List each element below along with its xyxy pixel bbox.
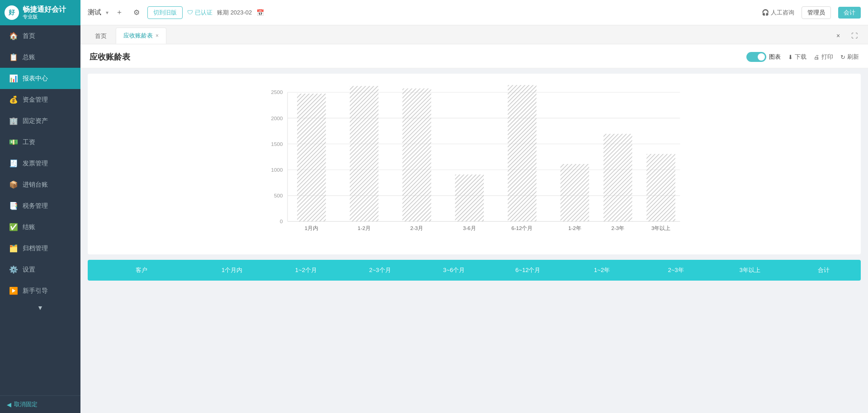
service-label: 人工咨询	[771, 9, 794, 17]
sidebar-icon-invoice-management: 🧾	[9, 159, 18, 168]
data-table: 客户1个月内1~2个月2~3个月3~6个月6~12个月1~2年2~3年3年以上合…	[88, 260, 861, 281]
sidebar-icon-fixed-assets: 🏢	[9, 117, 18, 125]
sidebar-item-home[interactable]: 🏠 首页	[0, 25, 80, 47]
content-scroll: 应收账龄表 图表 ⬇ 下载 🖨 打印 ↻	[80, 44, 868, 413]
main-area: 测试 ▾ ＋ ⚙ 切到旧版 🛡 已认证 账期 2023-02 📅 🎧 人工咨询 …	[80, 0, 868, 413]
sidebar-icon-payroll: 💵	[9, 138, 18, 146]
bar-3-6月	[455, 174, 484, 221]
topbar: 测试 ▾ ＋ ⚙ 切到旧版 🛡 已认证 账期 2023-02 📅 🎧 人工咨询 …	[80, 0, 868, 25]
switch-version-button[interactable]: 切到旧版	[147, 6, 183, 19]
print-button[interactable]: 🖨 打印	[814, 53, 833, 61]
table-header-0: 客户	[88, 260, 195, 281]
service-button[interactable]: 🎧 人工咨询	[762, 9, 794, 17]
bar-6-12月	[508, 85, 537, 221]
chart-wrap: 0 500 1000 1500 2000 2500	[97, 83, 852, 245]
bar-1-2年	[561, 164, 590, 221]
tab-accounts-aging[interactable]: 应收账龄表 ×	[116, 28, 166, 44]
app-name: 畅捷通好会计	[23, 5, 66, 14]
sidebar-item-tax-management[interactable]: 📑 税务管理	[0, 195, 80, 216]
table-header-8: 3年以上	[713, 260, 787, 281]
refresh-button[interactable]: ↻ 刷新	[840, 53, 859, 61]
pin-icon: ◀	[7, 401, 11, 408]
certified-icon: 🛡	[187, 9, 193, 16]
settings-button[interactable]: ⚙	[130, 6, 143, 19]
sidebar-label-settlement: 结账	[23, 223, 35, 231]
refresh-icon: ↻	[840, 54, 845, 61]
tab-close-icon[interactable]: ×	[156, 33, 159, 39]
table-header-9: 合计	[787, 260, 861, 281]
svg-text:6-12个月: 6-12个月	[511, 225, 533, 231]
sidebar-item-invoice-management[interactable]: 🧾 发票管理	[0, 153, 80, 174]
sidebar-item-archive-management[interactable]: 🗂️ 归档管理	[0, 238, 80, 259]
sidebar-label-invoice-management: 发票管理	[23, 160, 48, 168]
chart-toggle-switch[interactable]	[746, 52, 766, 62]
sidebar-item-settings[interactable]: ⚙️ 设置	[0, 259, 80, 280]
tab-home[interactable]: 首页	[88, 28, 114, 44]
topbar-right: 🎧 人工咨询 管理员 会计	[762, 6, 861, 19]
sidebar-label-sales-ledger: 进销台账	[23, 181, 48, 189]
download-icon: ⬇	[788, 54, 793, 61]
sidebar-scroll-down[interactable]: ▼	[0, 301, 80, 314]
print-icon: 🖨	[814, 54, 820, 61]
svg-text:500: 500	[274, 192, 283, 198]
window-close-button[interactable]: ×	[832, 29, 844, 42]
sidebar-label-home: 首页	[23, 32, 35, 40]
table-header-4: 3~6个月	[417, 260, 491, 281]
add-button[interactable]: ＋	[113, 6, 126, 19]
tabs-window-controls: × ⛶	[832, 29, 861, 44]
company-name: 测试	[88, 8, 101, 17]
svg-text:3年以上: 3年以上	[651, 225, 670, 231]
sidebar-icon-settings: ⚙️	[9, 265, 18, 274]
table-header-6: 1~2年	[565, 260, 639, 281]
tabs-bar: 首页 应收账龄表 × × ⛶	[80, 25, 868, 44]
sidebar-item-payroll[interactable]: 💵 工资	[0, 131, 80, 153]
svg-text:1月内: 1月内	[305, 225, 318, 231]
sidebar-item-report-center[interactable]: 📊 报表中心	[0, 68, 80, 89]
headset-icon: 🎧	[762, 9, 769, 16]
download-button[interactable]: ⬇ 下载	[788, 53, 807, 61]
svg-text:0: 0	[280, 218, 283, 224]
logo-icon: 好	[5, 5, 19, 20]
sidebar-icon-settlement: ✅	[9, 223, 18, 231]
sidebar-label-report-center: 报表中心	[23, 75, 48, 83]
content-area: 应收账龄表 图表 ⬇ 下载 🖨 打印 ↻	[80, 44, 868, 413]
sidebar-item-settlement[interactable]: ✅ 结账	[0, 216, 80, 238]
sidebar-label-beginner-guide: 新手引导	[23, 287, 48, 295]
sidebar-item-sales-ledger[interactable]: 📦 进销台账	[0, 174, 80, 195]
sidebar-label-fixed-assets: 固定资产	[23, 117, 48, 125]
tab-home-label: 首页	[95, 32, 107, 40]
company-dropdown-icon[interactable]: ▾	[106, 9, 108, 16]
sidebar-label-payroll: 工资	[23, 138, 35, 146]
calendar-icon[interactable]: 📅	[256, 9, 264, 16]
user-button[interactable]: 管理员	[802, 6, 831, 19]
sidebar-label-tax-management: 税务管理	[23, 202, 48, 210]
certified-badge: 🛡 已认证	[187, 9, 212, 17]
sidebar-icon-report-center: 📊	[9, 74, 18, 83]
sidebar-nav: 🏠 首页 📋 总账 📊 报表中心 💰 资金管理 🏢 固定资产 💵 工资 🧾 发票…	[0, 25, 80, 395]
sidebar-pin-button[interactable]: ◀ 取消固定	[0, 395, 80, 413]
role-button[interactable]: 会计	[838, 7, 861, 19]
sidebar-item-general-ledger[interactable]: 📋 总账	[0, 47, 80, 68]
sidebar-label-general-ledger: 总账	[23, 53, 35, 61]
sidebar-icon-beginner-guide: ▶️	[9, 286, 18, 295]
app-edition: 专业版	[23, 14, 66, 20]
chart-toggle-group: 图表	[746, 52, 781, 62]
svg-text:1000: 1000	[271, 167, 283, 173]
chart-container: 0 500 1000 1500 2000 2500	[88, 74, 861, 254]
sidebar-item-beginner-guide[interactable]: ▶️ 新手引导	[0, 280, 80, 301]
window-expand-button[interactable]: ⛶	[848, 29, 861, 42]
svg-text:1-2月: 1-2月	[358, 225, 371, 231]
table-header-5: 6~12个月	[491, 260, 565, 281]
table-header-2: 1~2个月	[269, 260, 343, 281]
svg-text:2-3年: 2-3年	[611, 225, 624, 231]
page-title: 应收账龄表	[90, 52, 130, 62]
svg-text:1-2年: 1-2年	[568, 225, 581, 231]
sidebar-icon-sales-ledger: 📦	[9, 180, 18, 189]
sidebar-icon-fund-management: 💰	[9, 95, 18, 104]
sidebar-icon-tax-management: 📑	[9, 202, 18, 210]
sidebar-item-fund-management[interactable]: 💰 资金管理	[0, 89, 80, 110]
sidebar-item-fixed-assets[interactable]: 🏢 固定资产	[0, 110, 80, 131]
table-header-7: 2~3年	[639, 260, 713, 281]
chart-toggle-label: 图表	[769, 53, 781, 61]
bar-2-3年	[604, 134, 632, 221]
